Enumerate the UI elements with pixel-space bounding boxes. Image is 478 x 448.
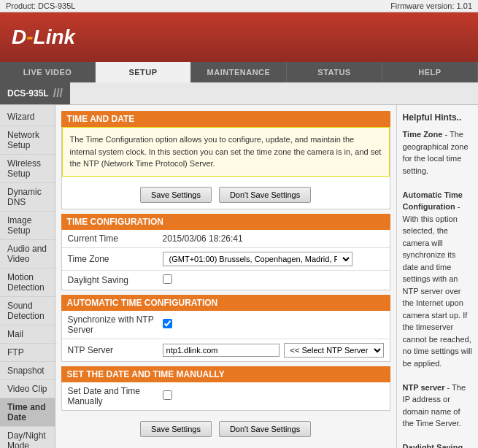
top-button-row: Save Settings Don't Save Settings: [62, 181, 390, 209]
header: D-Link: [0, 12, 478, 62]
top-bar: Product: DCS-935L Firmware version: 1.01: [0, 0, 478, 12]
sidebar-item-snapshot[interactable]: Snapshot: [0, 362, 55, 380]
ntp-server-label: NTP Server: [68, 345, 163, 355]
page-title: TIME AND DATE: [61, 111, 390, 127]
hint-timezone: Time Zone - The geographical zone for th…: [403, 128, 472, 177]
tab-status[interactable]: STATUS: [287, 62, 382, 82]
sidebar-item-mail[interactable]: Mail: [0, 325, 55, 344]
sync-ntp-label: Synchronize with NTP Server: [68, 314, 163, 335]
sidebar-item-wizard[interactable]: Wizard: [0, 108, 55, 126]
timezone-select[interactable]: (GMT+01:00) Brussels, Copenhagen, Madrid…: [163, 252, 352, 266]
sidebar-item-ftp[interactable]: FTP: [0, 344, 55, 362]
save-settings-bottom-button[interactable]: Save Settings: [140, 421, 212, 437]
auto-time-section: AUTOMATIC TIME CONFIGURATION Synchronize…: [61, 295, 390, 362]
logo: D-Link: [12, 26, 75, 49]
model-area: DCS-935L ///: [0, 82, 478, 105]
set-manual-row: Set Date and Time Manually: [62, 382, 390, 410]
sidebar-item-network-setup[interactable]: Network Setup: [0, 126, 55, 155]
timezone-label: Time Zone: [68, 254, 163, 264]
ntp-server-value: << Select NTP Server: [163, 343, 384, 358]
time-date-section: TIME AND DATE The Time Configuration opt…: [61, 111, 390, 209]
time-config-section: TIME CONFIGURATION Current Time 2015/03/…: [61, 214, 390, 290]
sync-ntp-row: Synchronize with NTP Server: [62, 311, 390, 339]
sidebar-item-time-date[interactable]: Time and Date: [0, 398, 55, 427]
daylight-saving-label: Daylight Saving: [68, 275, 163, 285]
hints-title: Helpful Hints..: [403, 111, 472, 124]
sidebar-item-video-clip[interactable]: Video Clip: [0, 380, 55, 398]
content-area: TIME AND DATE The Time Configuration opt…: [55, 105, 396, 448]
current-time-label: Current Time: [68, 233, 163, 244]
hint-auto-time-text: - With this option selected, the camera …: [403, 202, 472, 368]
daylight-saving-checkbox[interactable]: [163, 274, 172, 284]
timezone-row: Time Zone (GMT+01:00) Brussels, Copenhag…: [62, 248, 390, 271]
hint-ntp: NTP server - The IP address or domain na…: [403, 382, 472, 430]
tab-setup[interactable]: SETUP: [96, 62, 191, 82]
manual-time-content: Set Date and Time Manually: [61, 382, 390, 411]
model-text: DCS-935L: [7, 88, 49, 99]
ntp-server-row: NTP Server << Select NTP Server: [62, 339, 390, 361]
tab-maintenance[interactable]: MAINTENANCE: [191, 62, 287, 82]
info-section: The Time Configuration option allows you…: [61, 127, 390, 209]
ntp-server-input[interactable]: [163, 344, 280, 357]
bottom-button-row: Save Settings Don't Save Settings: [61, 415, 390, 443]
sidebar: Wizard Network Setup Wireless Setup Dyna…: [0, 105, 55, 448]
sidebar-item-sound-detection[interactable]: Sound Detection: [0, 297, 55, 325]
hint-daylight-term: Daylight Saving: [403, 443, 463, 448]
sync-ntp-value: [163, 319, 384, 331]
hint-auto-time: Automatic Time Configuration - With this…: [403, 189, 472, 370]
sidebar-item-dynamic-dns[interactable]: Dynamic DNS: [0, 183, 55, 212]
hint-auto-time-term: Automatic Time Configuration: [403, 190, 463, 212]
hint-timezone-term: Time Zone: [403, 130, 443, 139]
ntp-server-select[interactable]: << Select NTP Server: [284, 343, 384, 358]
auto-time-content: Synchronize with NTP Server NTP Server <…: [61, 311, 390, 362]
hint-ntp-term: NTP server: [403, 383, 445, 392]
current-time-row: Current Time 2015/03/06 18:26:41: [62, 230, 390, 248]
sidebar-item-image-setup[interactable]: Image Setup: [0, 212, 55, 240]
model-label: DCS-935L ///: [0, 82, 70, 104]
timezone-value: (GMT+01:00) Brussels, Copenhagen, Madrid…: [163, 252, 384, 266]
main-layout: Wizard Network Setup Wireless Setup Dyna…: [0, 105, 478, 448]
sidebar-item-day-night[interactable]: Day/Night Mode: [0, 427, 55, 448]
daylight-saving-row: Daylight Saving: [62, 271, 390, 290]
manual-time-header: SET THE DATE AND TIME MANUALLY: [61, 366, 390, 382]
set-manual-value: [163, 390, 384, 402]
sidebar-item-wireless-setup[interactable]: Wireless Setup: [0, 155, 55, 183]
tab-live-video[interactable]: LIVE VIDEO: [0, 62, 96, 82]
set-manual-label: Set Date and Time Manually: [68, 386, 163, 406]
manual-time-section: SET THE DATE AND TIME MANUALLY Set Date …: [61, 366, 390, 411]
dont-save-top-button[interactable]: Don't Save Settings: [219, 187, 311, 203]
dont-save-bottom-button[interactable]: Don't Save Settings: [219, 421, 311, 437]
sidebar-item-motion-detection[interactable]: Motion Detection: [0, 269, 55, 297]
sidebar-item-audio-video[interactable]: Audio and Video: [0, 240, 55, 269]
firmware-label: Firmware version: 1.01: [390, 1, 472, 10]
hints-panel: Helpful Hints.. Time Zone - The geograph…: [396, 105, 478, 448]
tab-help[interactable]: HELP: [382, 62, 478, 82]
sync-ntp-checkbox[interactable]: [163, 319, 172, 328]
nav-tabs: LIVE VIDEO SETUP MAINTENANCE STATUS HELP: [0, 62, 478, 82]
info-text: The Time Configuration option allows you…: [62, 127, 390, 177]
time-config-header: TIME CONFIGURATION: [61, 214, 390, 230]
auto-time-header: AUTOMATIC TIME CONFIGURATION: [61, 295, 390, 311]
set-manual-checkbox[interactable]: [163, 390, 172, 400]
time-config-content: Current Time 2015/03/06 18:26:41 Time Zo…: [61, 230, 390, 290]
daylight-saving-value: [163, 274, 384, 286]
model-dividers: ///: [53, 87, 63, 100]
save-settings-top-button[interactable]: Save Settings: [140, 187, 212, 203]
hint-daylight: Daylight Saving - Enable daylight saving…: [403, 441, 472, 448]
product-label: Product: DCS-935L: [6, 1, 75, 10]
ntp-server-row-inner: << Select NTP Server: [163, 343, 384, 358]
current-time-value: 2015/03/06 18:26:41: [163, 233, 384, 244]
